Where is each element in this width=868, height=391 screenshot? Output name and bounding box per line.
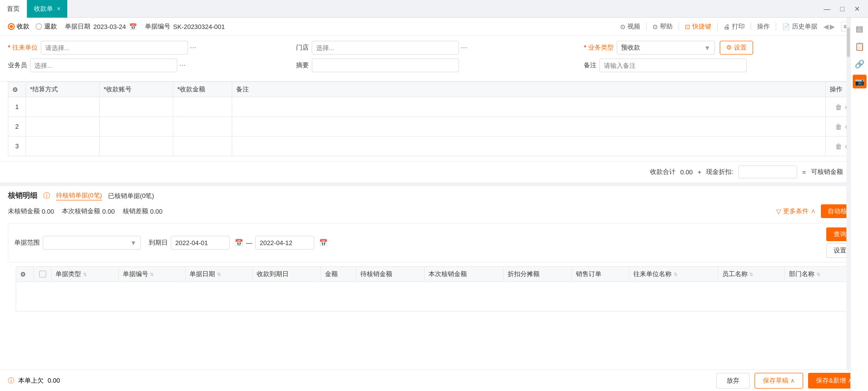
bottom-table: ⚙ 单据类型 ⇅ 单据编号 ⇅ 单据日期 <box>16 266 852 311</box>
tab-home-label: 首页 <box>7 4 20 13</box>
row2-amount[interactable] <box>173 117 232 137</box>
select-all-checkbox[interactable] <box>39 271 46 278</box>
help-button[interactable]: ⊙ 帮助 <box>652 22 673 31</box>
total-value: 0.00 <box>680 168 693 176</box>
row1-account[interactable] <box>100 97 173 117</box>
close-button[interactable]: ✕ <box>851 4 863 14</box>
bottom-bar: ⓘ 本单上欠 0.00 放弃 保存草稿 ∧ 保存&新增 ∧ <box>0 369 868 391</box>
bt-th-settings[interactable]: ⚙ <box>16 267 34 282</box>
remark-input[interactable] <box>599 58 747 72</box>
due-date-end-calendar-icon[interactable]: 📅 <box>319 239 327 247</box>
summary-input[interactable] <box>312 58 459 72</box>
range-label: 单据范围 <box>14 238 40 247</box>
bt-th-dept[interactable]: 部门名称 ⇅ <box>785 267 852 282</box>
dept-sort-icon: ⇅ <box>816 272 820 277</box>
form-row-1: * 往来单位 ··· 门店 ··· * 业务类型 预收款 ▼ <box>8 41 860 55</box>
row1-amount[interactable] <box>173 97 232 117</box>
more-conditions-button[interactable]: ▽ 更多条件 ∧ <box>776 207 816 216</box>
tab-pending[interactable]: 待核销单据(0笔) <box>56 191 102 200</box>
settings-button[interactable]: ⚙ 设置 <box>720 41 753 55</box>
divider2 <box>678 23 679 30</box>
radio-receive[interactable]: 收款 <box>8 22 29 31</box>
sidebar-doc-icon[interactable]: 📋 <box>853 39 867 53</box>
operation-button[interactable]: 操作 <box>757 22 770 31</box>
shortcut-icon: ⊡ <box>685 23 690 30</box>
row3-settle[interactable] <box>26 137 100 156</box>
row3-delete-icon[interactable]: 🗑 <box>835 142 842 150</box>
row2-remark[interactable] <box>232 117 826 137</box>
docno-value: SK-20230324-001 <box>173 23 225 30</box>
row1-remark[interactable] <box>232 97 826 117</box>
sidebar-table-icon[interactable]: ▤ <box>853 22 867 35</box>
minimize-button[interactable]: — <box>821 4 834 14</box>
biztype-select[interactable]: 预收款 ▼ <box>617 41 715 55</box>
this-order-value: 0.00 <box>48 377 60 384</box>
counterpart-input[interactable] <box>41 41 188 55</box>
verifiable-label: 可核销金额 <box>811 168 843 176</box>
due-date-start-input[interactable] <box>171 236 230 250</box>
row1-settle[interactable] <box>26 97 100 117</box>
summary-row: 收款合计 0.00 + 现金折扣: = 可核销金额 0.00 <box>0 161 868 182</box>
row2-delete-icon[interactable]: 🗑 <box>835 123 842 131</box>
maximize-button[interactable]: □ <box>838 4 847 14</box>
tab-bar: 首页 收款单 × — □ ✕ <box>0 0 868 18</box>
tab-home[interactable]: 首页 <box>0 0 27 18</box>
bt-th-doctype[interactable]: 单据类型 ⇅ <box>52 267 119 282</box>
date-dash: — <box>246 239 252 247</box>
th-settings[interactable]: ⚙ <box>8 82 26 97</box>
next-arrow-icon[interactable]: ▶ <box>830 23 835 30</box>
bt-th-docno[interactable]: 单据编号 ⇅ <box>118 267 186 282</box>
print-button[interactable]: 🖨 打印 <box>724 22 745 31</box>
store-label: 门店 <box>296 43 309 52</box>
discount-input[interactable] <box>738 166 797 178</box>
row3-remark[interactable] <box>232 137 826 156</box>
row2-account[interactable] <box>100 117 173 137</box>
help-icon: ⊙ <box>652 23 658 30</box>
radio-refund[interactable]: 退款 <box>35 22 57 31</box>
this-time-value: 0.00 <box>102 208 114 215</box>
remark-label: 备注 <box>584 61 597 70</box>
range-select[interactable]: ▼ <box>43 236 141 250</box>
due-date-group: 到期日 📅 — 📅 <box>149 236 327 250</box>
staff-input[interactable] <box>30 58 177 72</box>
row3-amount[interactable] <box>173 137 232 156</box>
bt-th-staff[interactable]: 员工名称 ⇅ <box>718 267 785 282</box>
staff-more-icon[interactable]: ··· <box>179 61 186 70</box>
receipt-table-wrap: ⚙ *结算方式 *收款账号 *收款金额 备注 操作 <box>0 82 868 161</box>
sidebar-link-icon[interactable]: 🔗 <box>853 57 867 71</box>
counterpart-more-icon[interactable]: ··· <box>190 43 196 52</box>
shortcut-button[interactable]: ⊡ 快捷键 <box>685 22 711 31</box>
form-header: 收款 退款 单据日期 2023-03-24 📅 单据编号 SK-20230324… <box>0 18 868 36</box>
history-button[interactable]: 📄 历史单据 <box>782 22 817 31</box>
section-divider <box>0 182 868 186</box>
store-more-icon[interactable]: ··· <box>461 43 467 52</box>
diff-value: 0.00 <box>150 208 163 215</box>
sidebar-camera-icon[interactable]: 📷 <box>853 75 867 88</box>
bt-th-counterpart[interactable]: 往来单位名称 ⇅ <box>629 267 718 282</box>
scrollbar[interactable] <box>846 18 850 369</box>
store-input[interactable] <box>312 41 459 55</box>
row3-account[interactable] <box>100 137 173 156</box>
bt-th-docdate[interactable]: 单据日期 ⇅ <box>186 267 253 282</box>
tab-receipt[interactable]: 收款单 × <box>27 0 67 18</box>
row1-delete-icon[interactable]: 🗑 <box>835 103 842 111</box>
diff-label: 核销差额 <box>123 207 148 216</box>
filter-icon: ▽ <box>776 208 781 215</box>
calendar-icon[interactable]: 📅 <box>129 23 137 30</box>
receipt-table: ⚙ *结算方式 *收款账号 *收款金额 备注 操作 <box>8 82 860 156</box>
due-date-end-input[interactable] <box>255 236 314 250</box>
radio-receive-label: 收款 <box>17 22 29 31</box>
prev-arrow-icon[interactable]: ◀ <box>823 23 829 30</box>
summary-group: 摘要 <box>296 58 572 72</box>
payment-type-radio: 收款 退款 <box>8 22 57 31</box>
verify-info-icon[interactable]: ⓘ <box>43 192 50 200</box>
row2-settle[interactable] <box>26 117 100 137</box>
video-button[interactable]: ⊙ 视频 <box>620 22 640 31</box>
tab-close-icon[interactable]: × <box>57 5 60 12</box>
tab-done[interactable]: 已核销单据(0笔) <box>108 192 154 200</box>
verify-section: 核销明细 ⓘ 待核销单据(0笔) 已核销单据(0笔) 未核销金额 0.00 本次… <box>0 186 868 316</box>
save-draft-button[interactable]: 保存草稿 ∧ <box>755 373 803 389</box>
due-date-start-calendar-icon[interactable]: 📅 <box>235 239 243 247</box>
abandon-button[interactable]: 放弃 <box>716 373 750 389</box>
bottom-info-icon[interactable]: ⓘ <box>8 376 14 385</box>
